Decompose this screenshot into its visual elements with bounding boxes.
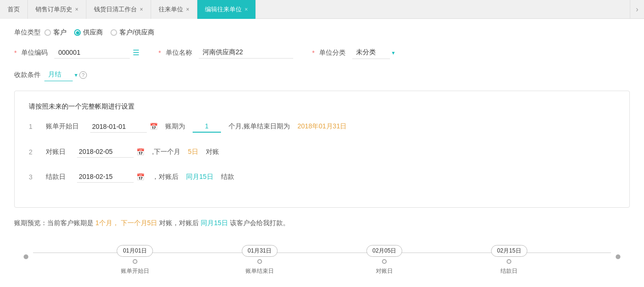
preview-p4: 同月15日 <box>201 219 228 227</box>
unit-code-label: 单位编码 <box>21 49 48 57</box>
timeline-left-end <box>24 254 28 259</box>
radio-both-label: 客户/供应商 <box>119 28 154 37</box>
row3-suffix-highlight: 同月15日 <box>186 173 213 181</box>
unit-name-label: 单位名称 <box>166 49 192 57</box>
row2-date-input[interactable] <box>77 146 134 158</box>
preview-p1: 1个月， <box>95 219 119 227</box>
tab-home[interactable]: 首页 <box>0 0 28 19</box>
row2-label: 对账日 <box>46 148 66 156</box>
row3-suffix-text: 结款 <box>221 173 234 181</box>
timeline-point-1: 01月01日 账单开始日 <box>117 245 153 275</box>
row1-period-end: 2018年01月31日 <box>297 122 347 131</box>
timeline-container: 01月01日 账单开始日 01月31日 账单结束日 02月05日 对账日 <box>14 240 630 280</box>
payment-terms-arrow-icon: ▾ <box>75 72 77 78</box>
tab-edit-partner-label: 编辑往来单位 <box>205 5 242 14</box>
timeline-sub-1: 账单开始日 <box>121 267 149 275</box>
radio-customer-circle <box>44 29 51 36</box>
unit-name-star: * <box>158 49 161 57</box>
payment-terms-row: 收款条件 月结 ▾ ? <box>14 68 630 81</box>
timeline-dot-4 <box>507 259 511 264</box>
tab-edit-partner[interactable]: 编辑往来单位 × <box>197 0 256 19</box>
row3-num: 3 <box>29 173 38 181</box>
row2-suffix-highlight: 5日 <box>188 148 198 156</box>
tab-edit-partner-close[interactable]: × <box>245 6 248 13</box>
timeline-dot-1 <box>133 259 137 264</box>
section-title: 请按照未来的一个完整帐期进行设置 <box>29 102 615 111</box>
unit-cat-dropdown[interactable]: 未分类 ▾ <box>352 46 395 59</box>
tab-cash-work[interactable]: 钱货日清工作台 × <box>86 0 151 19</box>
timeline-end-dot <box>616 254 620 259</box>
period-section-box: 请按照未来的一个完整帐期进行设置 1 账单开始日 📅 账期为 个月,账单结束日期… <box>14 91 630 208</box>
row1-num: 1 <box>29 123 38 130</box>
payment-terms-dropdown[interactable]: 月结 ▾ <box>44 68 77 81</box>
row1-date-wrap: 📅 <box>90 121 158 133</box>
unit-cat-star: * <box>312 49 314 57</box>
row2-cal-icon[interactable]: 📅 <box>136 148 144 156</box>
unit-name-input[interactable] <box>199 47 293 59</box>
row-reconcile-date: 2 对账日 📅 ,下一个月 5日 对账 <box>29 146 615 158</box>
preview-p5: 该客户会给我打款。 <box>230 219 289 227</box>
row3-cal-icon[interactable]: 📅 <box>136 173 144 181</box>
timeline-sub-4: 结款日 <box>500 267 517 275</box>
unit-code-star: * <box>14 49 17 57</box>
timeline-point-2: 01月31日 账单结束日 <box>242 245 278 275</box>
row2-suffix-prefix: ,下一个月 <box>152 148 180 156</box>
payment-terms-value: 月结 <box>44 68 73 81</box>
radio-both-circle <box>110 29 117 36</box>
row2-suffix-text: 对账 <box>206 148 219 156</box>
unit-cat-label: 单位分类 <box>319 49 346 57</box>
timeline-label-2: 01月31日 <box>242 245 278 257</box>
timeline-label-3: 02月05日 <box>366 245 403 257</box>
tab-home-label: 首页 <box>8 5 20 14</box>
main-content: 单位类型 客户 供应商 客户/供应商 * 单位编码 ☰ * <box>0 19 644 287</box>
row3-date-input[interactable] <box>77 171 134 183</box>
timeline-label-1: 01月01日 <box>117 245 153 257</box>
radio-supplier-label: 供应商 <box>83 28 103 37</box>
row1-period-input[interactable] <box>193 120 221 133</box>
row1-date-input[interactable] <box>90 121 147 133</box>
unit-type-label: 单位类型 <box>14 28 41 37</box>
row-payment-date: 3 结款日 📅 ，对账后 同月15日 结款 <box>29 171 615 183</box>
preview-p2: 下一个月5日 <box>121 219 158 227</box>
timeline-start-dot <box>24 254 28 259</box>
timeline-right-end <box>616 254 620 259</box>
tab-bar: 首页 销售订单历史 × 钱货日清工作台 × 往来单位 × 编辑往来单位 × › <box>0 0 644 19</box>
unit-cat-arrow: ▾ <box>392 50 395 56</box>
row1-cal-icon[interactable]: 📅 <box>150 123 158 130</box>
tab-more-arrow[interactable]: › <box>630 0 644 19</box>
payment-terms-label: 收款条件 <box>14 71 41 79</box>
row3-label: 结款日 <box>46 173 66 181</box>
row-start-date: 1 账单开始日 📅 账期为 个月,账单结束日期为 2018年01月31日 <box>29 120 615 133</box>
radio-customer[interactable]: 客户 <box>44 28 67 37</box>
timeline-sub-2: 账单结束日 <box>246 267 274 275</box>
timeline-dot-3 <box>382 259 387 264</box>
tab-sales-history[interactable]: 销售订单历史 × <box>28 0 86 19</box>
radio-both[interactable]: 客户/供应商 <box>110 28 154 37</box>
row1-label: 账单开始日 <box>46 122 79 131</box>
timeline-label-4: 02月15日 <box>491 245 527 257</box>
help-icon[interactable]: ? <box>79 71 87 79</box>
unit-code-icon[interactable]: ☰ <box>133 48 139 57</box>
unit-type-row: 单位类型 客户 供应商 客户/供应商 <box>14 28 630 37</box>
preview-text: 账期预览：当前客户账期是 1个月， 下一个月5日 对账，对账后 同月15日 该客… <box>14 217 630 229</box>
unit-code-input[interactable] <box>54 47 130 59</box>
unit-type-radio-group: 客户 供应商 客户/供应商 <box>44 28 154 37</box>
row3-date-wrap: 📅 <box>77 171 144 183</box>
unit-cat-value: 未分类 <box>352 46 390 59</box>
row2-num: 2 <box>29 148 38 156</box>
radio-supplier[interactable]: 供应商 <box>74 28 103 37</box>
tab-partner-close[interactable]: × <box>186 6 189 13</box>
timeline-sub-3: 对账日 <box>376 267 393 275</box>
tab-sales-history-close[interactable]: × <box>75 6 78 13</box>
tab-sales-history-label: 销售订单历史 <box>35 5 72 14</box>
row1-period-label: 账期为 <box>165 122 185 131</box>
radio-supplier-circle <box>74 29 81 36</box>
tab-cash-work-label: 钱货日清工作台 <box>94 5 137 14</box>
tab-cash-work-close[interactable]: × <box>140 6 143 13</box>
radio-customer-label: 客户 <box>53 28 67 37</box>
timeline-dot-2 <box>257 259 262 264</box>
row1-period-unit: 个月,账单结束日期为 <box>229 122 290 131</box>
tab-partner[interactable]: 往来单位 × <box>151 0 197 19</box>
timeline-points: 01月01日 账单开始日 01月31日 账单结束日 02月05日 对账日 <box>24 245 620 275</box>
row3-suffix-prefix: ，对账后 <box>152 173 178 181</box>
